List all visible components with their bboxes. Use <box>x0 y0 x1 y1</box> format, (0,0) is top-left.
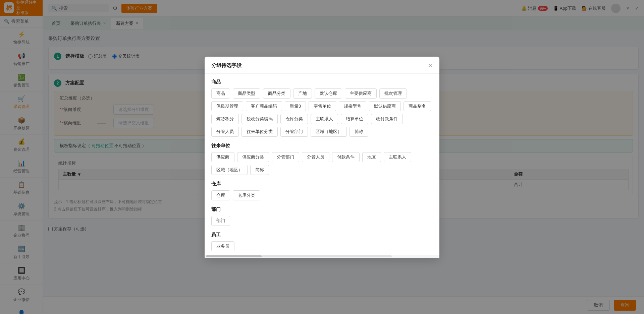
field-tag[interactable]: 付款条件 <box>332 152 360 162</box>
field-tag[interactable]: 仓库分类 <box>233 190 260 200</box>
field-tag[interactable]: 分管部门 <box>272 152 299 162</box>
warehouse-field-tags: 仓库 仓库分类 <box>211 190 433 200</box>
field-tag[interactable]: 供应商分类 <box>237 152 269 162</box>
field-tag[interactable]: 业务员 <box>211 241 234 251</box>
modal-body: 商品 商品 商品类型 商品分类 产地 默认仓库 主要供应商 批次管理 保质期管理… <box>205 74 439 255</box>
field-tag[interactable]: 仓库 <box>211 190 230 200</box>
field-tag[interactable]: 重量3 <box>285 101 306 111</box>
field-tag[interactable]: 主联系人 <box>384 152 411 162</box>
modal-close-button[interactable]: ✕ <box>428 62 433 69</box>
field-tag[interactable]: 仓库分类 <box>280 114 308 124</box>
section-employee: 员工 业务员 <box>211 232 433 251</box>
section-warehouse: 仓库 仓库 仓库分类 <box>211 181 433 200</box>
field-tag[interactable]: 区域（地区） <box>311 127 347 137</box>
field-tag[interactable]: 默认仓库 <box>315 88 342 99</box>
field-select-modal: 分组待选字段 ✕ 商品 商品 商品类型 商品分类 产地 默认仓库 主要供应商 批… <box>205 57 439 258</box>
section-goods-title: 商品 <box>211 79 433 85</box>
field-tag[interactable]: 主联系人 <box>311 114 338 124</box>
field-tag[interactable]: 简称 <box>350 127 368 137</box>
department-field-tags: 部门 <box>211 216 433 226</box>
section-goods: 商品 商品 商品类型 商品分类 产地 默认仓库 主要供应商 批次管理 保质期管理… <box>211 79 433 137</box>
field-tag[interactable]: 商品类型 <box>233 88 260 99</box>
field-tag[interactable]: 收付款条件 <box>371 114 403 124</box>
field-tag[interactable]: 分管人员 <box>302 152 329 162</box>
field-tag[interactable]: 商品 <box>211 88 230 99</box>
modal-header: 分组待选字段 ✕ <box>205 57 439 74</box>
section-employee-title: 员工 <box>211 232 433 238</box>
field-tag[interactable]: 炼货积分 <box>211 114 239 124</box>
section-warehouse-title: 仓库 <box>211 181 433 187</box>
field-tag[interactable]: 供应商 <box>211 152 234 162</box>
section-department-title: 部门 <box>211 206 433 212</box>
field-tag[interactable]: 往来单位分类 <box>241 127 278 137</box>
field-tag[interactable]: 结算单位 <box>341 114 368 124</box>
field-tag[interactable]: 批次管理 <box>379 88 407 99</box>
field-tag[interactable]: 简称 <box>250 165 269 175</box>
section-partner: 往来单位 供应商 供应商分类 分管部门 分管人员 付款条件 地区 主联系人 区域… <box>211 143 433 175</box>
partner-field-tags: 供应商 供应商分类 分管部门 分管人员 付款条件 地区 主联系人 区域（地区） … <box>211 152 433 175</box>
field-tag[interactable]: 地区 <box>362 152 381 162</box>
field-tag[interactable]: 税收分类编码 <box>241 114 278 124</box>
field-tag[interactable]: 默认供应商 <box>369 101 401 111</box>
field-tag[interactable]: 部门 <box>211 216 230 226</box>
field-tag[interactable]: 规格型号 <box>339 101 366 111</box>
modal-title: 分组待选字段 <box>211 62 241 69</box>
field-tag[interactable]: 商品分类 <box>263 88 290 99</box>
field-tag[interactable]: 分管部门 <box>280 127 308 137</box>
section-partner-title: 往来单位 <box>211 143 433 149</box>
employee-field-tags: 业务员 <box>211 241 433 251</box>
goods-field-tags: 商品 商品类型 商品分类 产地 默认仓库 主要供应商 批次管理 保质期管理 客户… <box>211 88 433 137</box>
field-tag[interactable]: 客户商品编码 <box>246 101 282 111</box>
field-tag[interactable]: 保质期管理 <box>211 101 243 111</box>
field-tag[interactable]: 产地 <box>293 88 312 99</box>
field-tag[interactable]: 区域（地区） <box>211 165 248 175</box>
modal-overlay: 分组待选字段 ✕ 商品 商品 商品类型 商品分类 产地 默认仓库 主要供应商 批… <box>0 0 644 314</box>
field-tag[interactable]: 商品别名 <box>404 101 431 111</box>
modal-hscroll-bar[interactable] <box>205 255 439 257</box>
field-tag[interactable]: 主要供应商 <box>345 88 377 99</box>
field-tag[interactable]: 分管人员 <box>211 127 239 137</box>
section-department: 部门 部门 <box>211 206 433 226</box>
field-tag[interactable]: 零售单位 <box>309 101 336 111</box>
